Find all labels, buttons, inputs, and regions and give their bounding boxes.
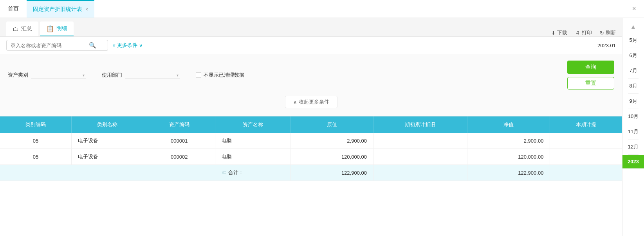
refresh-btn[interactable]: ↻ 刷新 [600, 29, 616, 36]
total-icon: 🏷 [222, 170, 227, 175]
window-close-btn[interactable]: × [624, 0, 644, 18]
table-row: 05 电子设备 000001 电脑 2,900.00 2,900.00 [0, 133, 622, 149]
cell-asset-name: 电脑 [215, 133, 290, 149]
col-asset-name: 资产名称 [215, 116, 290, 133]
download-label: 下载 [557, 29, 567, 36]
total-original-value: 122,900.00 [290, 165, 373, 181]
tabs-row: 🗂 汇总 📋 明细 ⬇ 下载 🖨 打印 ↻ 刷新 [0, 18, 622, 37]
dept-label: 使用部门 [102, 72, 122, 79]
nav-tab-active[interactable]: 固定资产折旧统计表 × [27, 0, 94, 18]
query-btn[interactable]: 查询 [567, 61, 614, 74]
top-nav: 首页 固定资产折旧统计表 × × [0, 0, 644, 18]
cell-category-name: 电子设备 [71, 133, 143, 149]
cell-asset-name: 电脑 [215, 149, 290, 165]
nav-tab-close-btn[interactable]: × [85, 7, 88, 12]
cell-asset-code: 000002 [143, 149, 215, 165]
total-label: 🏷合计： [215, 165, 290, 181]
filter-actions: 查询 重置 [567, 61, 614, 89]
sidebar-month-item[interactable]: 11月 [628, 124, 639, 139]
refresh-icon: ↻ [600, 30, 604, 36]
collapse-area: ∧ 收起更多条件 [8, 94, 614, 111]
main-content: 🗂 汇总 📋 明细 ⬇ 下载 🖨 打印 ↻ 刷新 [0, 18, 644, 236]
refresh-label: 刷新 [606, 29, 616, 36]
reset-btn[interactable]: 重置 [567, 77, 614, 89]
asset-type-select-wrap[interactable] [31, 71, 86, 79]
asset-type-label: 资产类别 [8, 72, 28, 79]
sidebar-month-item[interactable]: 7月 [628, 63, 639, 79]
cell-category-code: 05 [0, 133, 71, 149]
table-wrap: 类别编码 类别名称 资产编码 资产名称 原值 期初累计折旧 净值 本期计提 05… [0, 116, 622, 236]
cell-current-provision [550, 149, 622, 165]
print-btn[interactable]: 🖨 打印 [575, 29, 592, 36]
more-filter-btn[interactable]: ▿ 更多条件 ∨ [113, 42, 143, 49]
sidebar-month-item[interactable]: 9月 [628, 94, 639, 109]
sidebar-month-item[interactable]: 8月 [628, 79, 639, 94]
tab-summary[interactable]: 🗂 汇总 [6, 21, 38, 36]
sidebar-month-item[interactable]: 10月 [628, 109, 639, 124]
date-display: 2023.01 [597, 43, 616, 48]
nav-home[interactable]: 首页 [0, 0, 27, 18]
cell-accumulated-dep [373, 149, 467, 165]
sidebar-month-item[interactable]: 12月 [628, 139, 639, 155]
download-icon: ⬇ [551, 30, 556, 36]
table-header: 类别编码 类别名称 资产编码 资产名称 原值 期初累计折旧 净值 本期计提 [0, 116, 622, 133]
toolbar: ⬇ 下载 🖨 打印 ↻ 刷新 [551, 29, 616, 36]
filter-btn-label: 更多条件 [117, 42, 137, 49]
print-icon: 🖨 [575, 30, 580, 36]
sidebar-month-item[interactable]: 5月 [628, 33, 639, 48]
cell-original-value: 2,900.00 [290, 133, 373, 149]
cell-original-value: 120,000.00 [290, 149, 373, 165]
filter-panel: 资产类别 使用部门 [0, 54, 622, 116]
data-table: 类别编码 类别名称 资产编码 资产名称 原值 期初累计折旧 净值 本期计提 05… [0, 116, 622, 181]
cell-category-name: 电子设备 [71, 149, 143, 165]
right-sidebar: ▲ 5月6月7月8月9月10月11月12月 2023 [622, 18, 644, 236]
total-label-cell [0, 165, 215, 181]
cell-current-provision [550, 133, 622, 149]
col-category-code: 类别编码 [0, 116, 71, 133]
total-accumulated-dep [373, 165, 467, 181]
col-current-provision: 本期计提 [550, 116, 622, 133]
total-current-provision [550, 165, 622, 181]
search-icon[interactable]: 🔍 [89, 42, 96, 49]
table-row: 05 电子设备 000002 电脑 120,000.00 120,000.00 [0, 149, 622, 165]
col-original-value: 原值 [290, 116, 373, 133]
cell-accumulated-dep [373, 133, 467, 149]
sidebar-month-item[interactable]: 6月 [628, 48, 639, 63]
left-panel: 🗂 汇总 📋 明细 ⬇ 下载 🖨 打印 ↻ 刷新 [0, 18, 622, 236]
summary-icon: 🗂 [13, 25, 19, 32]
nav-tab-label: 固定资产折旧统计表 [33, 6, 82, 13]
collapse-label: 收起更多条件 [299, 98, 329, 105]
search-input[interactable] [11, 43, 89, 48]
filter-icon: ▿ [113, 43, 115, 48]
month-list: 5月6月7月8月9月10月11月12月 [628, 33, 639, 155]
detail-icon: 📋 [46, 25, 54, 32]
dept-select[interactable] [125, 71, 180, 79]
search-input-wrap[interactable]: 🔍 [6, 40, 108, 51]
tab-detail-label: 明细 [56, 25, 67, 32]
cell-asset-code: 000001 [143, 133, 215, 149]
total-row: 🏷合计： 122,900.00 122,900.00 [0, 165, 622, 181]
cell-net-value: 120,000.00 [467, 149, 550, 165]
hide-cleared-checkbox[interactable] [196, 72, 201, 78]
year-badge[interactable]: 2023 [622, 155, 644, 169]
collapse-btn[interactable]: ∧ 收起更多条件 [285, 96, 337, 108]
collapse-up-icon: ∧ [293, 99, 297, 105]
cell-category-code: 05 [0, 149, 71, 165]
cell-net-value: 2,900.00 [467, 133, 550, 149]
tab-summary-label: 汇总 [21, 25, 32, 32]
asset-type-select[interactable] [31, 71, 86, 79]
dept-select-wrap[interactable] [125, 71, 180, 79]
hide-cleared-label: 不显示已清理数据 [204, 72, 244, 79]
filter-dept: 使用部门 [102, 71, 180, 79]
chevron-down-icon: ∨ [139, 43, 143, 48]
search-row: 🔍 ▿ 更多条件 ∨ 2023.01 [0, 37, 622, 54]
hide-cleared-checkbox-wrap[interactable]: 不显示已清理数据 [196, 72, 244, 79]
col-category-name: 类别名称 [71, 116, 143, 133]
col-asset-code: 资产编码 [143, 116, 215, 133]
download-btn[interactable]: ⬇ 下载 [551, 29, 567, 36]
col-net-value: 净值 [467, 116, 550, 133]
filter-asset-type: 资产类别 [8, 71, 86, 79]
scroll-up-btn[interactable]: ▲ [622, 21, 644, 33]
tab-detail[interactable]: 📋 明细 [40, 21, 74, 36]
filter-row: 资产类别 使用部门 [8, 61, 614, 89]
